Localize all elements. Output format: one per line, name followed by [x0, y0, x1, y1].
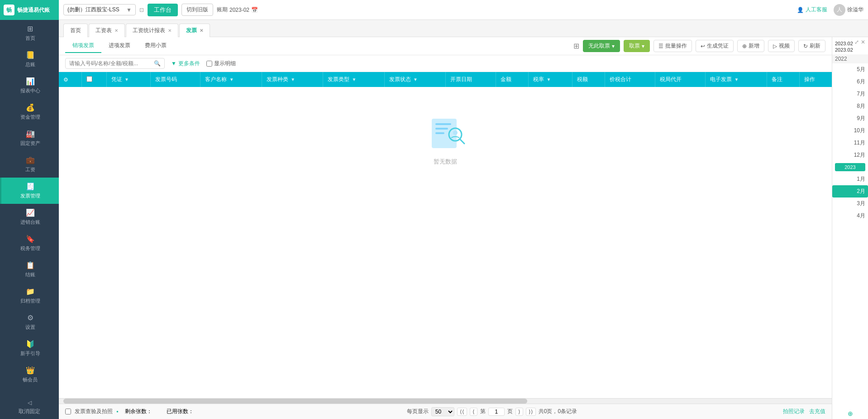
invoice-status-filter-icon[interactable]: ▼: [413, 77, 418, 82]
invoice-check-checkbox[interactable]: [65, 409, 71, 414]
refresh-button[interactable]: ↻ 刷新: [798, 40, 825, 52]
period-info: 账期 2023-02 📅: [217, 6, 258, 14]
search-input[interactable]: [69, 60, 151, 67]
month-2023-02[interactable]: 2月: [832, 185, 868, 197]
sidebar-item-closing[interactable]: 📋 结账: [0, 256, 59, 283]
date-panel-close-btn[interactable]: ✕: [861, 39, 865, 45]
period-calendar-icon[interactable]: 📅: [251, 7, 258, 13]
month-2023-03[interactable]: 3月: [832, 197, 868, 210]
tax-rate-filter-icon[interactable]: ▼: [547, 77, 551, 82]
sidebar-item-archive[interactable]: 📁 归档管理: [0, 283, 59, 309]
new-button[interactable]: ⊕ 新增: [737, 40, 764, 52]
search-input-wrap: 🔍: [65, 58, 165, 69]
sidebar-item-finance[interactable]: 💰 资金管理: [0, 99, 59, 125]
sidebar-item-assets[interactable]: 🏭 固定资产: [0, 125, 59, 151]
grid-view-icon[interactable]: ⊞: [573, 42, 579, 50]
tab-salary-stats[interactable]: 工资统计报表 ✕: [126, 24, 178, 37]
month-2022-12[interactable]: 12月: [832, 149, 868, 161]
month-2023-01[interactable]: 1月: [832, 173, 868, 185]
next-page-btn[interactable]: ⟩: [515, 408, 523, 416]
prev-page-btn[interactable]: ⟨: [470, 408, 477, 416]
month-2022-10[interactable]: 10月: [832, 125, 868, 137]
last-page-btn[interactable]: ⟩⟩: [526, 408, 536, 416]
records-link[interactable]: 拍照记录: [783, 408, 805, 415]
date-panel-expand-btn[interactable]: ⤢: [854, 39, 859, 45]
switch-version-button[interactable]: 切到旧版: [181, 4, 213, 16]
ticket-button[interactable]: 取票 ▾: [624, 40, 650, 52]
sidebar-label-closing: 结账: [25, 271, 35, 278]
batch-op-icon: ☰: [658, 43, 663, 49]
sub-tab-sales-invoice[interactable]: 销项发票: [65, 39, 101, 53]
page-unit: 页: [507, 408, 513, 415]
month-2022-05[interactable]: 5月: [832, 63, 868, 76]
no-ticket-button[interactable]: 无此取票 ▾: [583, 40, 620, 52]
e-invoice-filter-icon[interactable]: ▼: [734, 77, 739, 82]
sidebar-item-ledger[interactable]: 📒 总账: [0, 46, 59, 72]
th-tax-rate: 税率 ▼: [529, 72, 572, 87]
batch-op-button[interactable]: ☰ 批量操作: [653, 40, 692, 52]
sub-tab-purchase-invoice[interactable]: 进项发票: [101, 39, 138, 53]
show-detail-checkbox[interactable]: 显示明细: [206, 60, 236, 67]
footer-links: 拍照记录 去充值: [783, 408, 825, 415]
date-side-panel: ✕ ⤢ 2023.02 2023.02 2022 5月 6月 7月 8月 9月 …: [832, 37, 868, 419]
more-conditions-button[interactable]: ▼ 更多条件: [171, 60, 200, 67]
select-all-checkbox[interactable]: [86, 76, 92, 82]
sidebar-label-finance: 资金管理: [20, 114, 40, 120]
invoice-type-filter-icon[interactable]: ▼: [291, 77, 295, 82]
company-name: (勿删）江西股宝-LSS: [67, 6, 119, 14]
tab-home[interactable]: 首页: [63, 24, 88, 37]
invoice-category-filter-icon[interactable]: ▼: [352, 77, 357, 82]
customer-filter-icon[interactable]: ▼: [229, 77, 234, 82]
th-checkbox[interactable]: [82, 72, 107, 87]
month-2022-06[interactable]: 6月: [832, 76, 868, 88]
dropdown-arrow-icon: ▼: [126, 7, 132, 13]
no-ticket-dropdown-icon: ▾: [612, 43, 615, 49]
sidebar-item-guide[interactable]: 🔰 新手引导: [0, 335, 59, 361]
tab-salary-table-label: 工资表: [95, 27, 112, 34]
date-panel-scroll-down[interactable]: ⊕: [832, 408, 868, 419]
month-2023-04[interactable]: 4月: [832, 210, 868, 222]
sidebar-item-settings[interactable]: ⚙ 设置: [0, 309, 59, 335]
tab-salary-stats-close[interactable]: ✕: [168, 28, 172, 33]
generate-voucher-button[interactable]: ↩ 生成凭证: [696, 40, 734, 52]
sidebar-item-salary[interactable]: 💼 工资: [0, 151, 59, 178]
tab-salary-table-close[interactable]: ✕: [114, 28, 118, 33]
customer-service-button[interactable]: 👤 人工客服: [797, 6, 827, 14]
month-2022-11[interactable]: 11月: [832, 137, 868, 149]
sidebar-item-sales[interactable]: 📈 进销台账: [0, 204, 59, 230]
company-selector[interactable]: (勿删）江西股宝-LSS ▼: [63, 4, 136, 15]
month-2022-09[interactable]: 9月: [832, 112, 868, 125]
collapse-label: 取消固定: [19, 408, 40, 415]
sidebar-item-reports[interactable]: 📊 报表中心: [0, 72, 59, 99]
settings-link[interactable]: 去充值: [809, 408, 825, 415]
user-menu[interactable]: 人 徐溢华: [834, 4, 863, 16]
sidebar-item-invoice[interactable]: 🧾 发票管理: [0, 178, 59, 204]
sidebar-item-home[interactable]: ⊞ 首页: [0, 20, 59, 46]
th-operation: 操作: [799, 72, 832, 87]
per-page-select[interactable]: 50 10 20 100: [431, 407, 454, 416]
refresh-icon: ↻: [803, 43, 808, 49]
show-detail-input[interactable]: [206, 61, 212, 67]
voucher-filter-icon[interactable]: ▼: [124, 77, 129, 82]
tab-salary-table[interactable]: 工资表 ✕: [89, 24, 125, 37]
page-input[interactable]: [488, 408, 505, 416]
sidebar-item-tax[interactable]: 🔖 税务管理: [0, 230, 59, 256]
copy-icon[interactable]: ⊡: [139, 7, 144, 13]
scrollbar-area[interactable]: [59, 398, 832, 404]
sub-tab-expense-receipt[interactable]: 费用小票: [138, 39, 174, 53]
used-label: 已用张数：: [167, 408, 194, 415]
sidebar-collapse-btn[interactable]: ◁ 取消固定: [0, 396, 59, 419]
tab-invoice[interactable]: 发票 ✕: [179, 24, 210, 37]
month-2022-07[interactable]: 7月: [832, 88, 868, 100]
header-right: 👤 人工客服 人 徐溢华: [797, 4, 863, 16]
workspace-button[interactable]: 工作台: [148, 4, 178, 16]
sidebar-item-member[interactable]: 👑 畅会员: [0, 361, 59, 388]
scrollbar-thumb[interactable]: [63, 399, 527, 404]
first-page-btn[interactable]: ⟨⟨: [457, 408, 467, 416]
show-detail-label: 显示明细: [214, 60, 236, 67]
tab-invoice-close[interactable]: ✕: [200, 28, 203, 33]
svg-line-5: [460, 139, 464, 144]
month-2022-08[interactable]: 8月: [832, 100, 868, 112]
th-settings[interactable]: ⚙: [59, 72, 82, 87]
video-button[interactable]: ▷ 视频: [768, 40, 795, 52]
